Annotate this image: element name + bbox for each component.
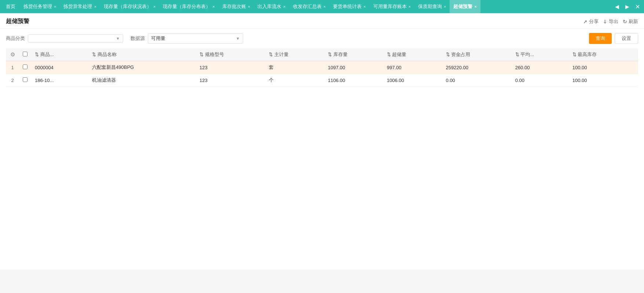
col-product-code-label: 商品... [40, 52, 54, 57]
col-avg[interactable]: ⇅ 平均... [512, 48, 569, 61]
close-tab-7[interactable]: × [363, 4, 366, 9]
export-icon: ⇓ [603, 19, 607, 25]
refresh-label: 刷新 [629, 18, 638, 25]
row-2-avg: 0.00 [512, 74, 569, 87]
page-header: 超储预警 ➚ 分享 ⇓ 导出 ↻ 刷新 [0, 13, 644, 29]
col-max-stock[interactable]: ⇅ 最高库存 [569, 48, 638, 61]
row-1-index: 1 [6, 61, 19, 74]
select-all-col[interactable] [19, 48, 31, 61]
data-source-select[interactable]: 可用量 ▼ [148, 33, 243, 44]
tab-panjiao-renwu[interactable]: 拣货任务管理 × [20, 0, 60, 13]
row-2-select[interactable] [23, 77, 28, 82]
share-icon: ➚ [583, 19, 588, 25]
gear-icon[interactable]: ⚙ [10, 51, 15, 58]
settings-button[interactable]: 设置 [615, 33, 638, 44]
col-overstock[interactable]: ⇅ 超储量 [383, 48, 442, 61]
col-product-code[interactable]: ⇅ 商品... [31, 48, 88, 61]
table-container: ⚙ ⇅ 商品... ⇅ 商品名称 ⇅ 规格型号 [0, 48, 644, 93]
table-row: 2 186-10... 机油滤清器 123 个 1106.00 1006.00 … [6, 74, 638, 87]
query-button[interactable]: 查询 [589, 33, 612, 44]
tab-baozhi-chaxun[interactable]: 保质期查询 × [414, 0, 450, 13]
data-table: ⚙ ⇅ 商品... ⇅ 商品名称 ⇅ 规格型号 [6, 48, 638, 87]
close-tab-3[interactable]: × [212, 4, 215, 9]
close-tab-6[interactable]: × [323, 4, 326, 9]
data-source-value: 可用量 [151, 35, 233, 42]
export-label: 导出 [609, 18, 618, 25]
tab-keyongliang-zhangben[interactable]: 可用量库存账本 × [370, 0, 414, 13]
select-all-checkbox[interactable] [23, 52, 28, 56]
share-button[interactable]: ➚ 分享 [583, 18, 599, 25]
col-capital[interactable]: ⇅ 资金占用 [442, 48, 512, 61]
filter-product-category: 商品分类 ▼ [6, 34, 123, 42]
row-1-capital: 259220.00 [442, 61, 512, 74]
row-1-checkbox[interactable] [19, 61, 31, 74]
close-tab-8[interactable]: × [409, 4, 411, 9]
close-tab-9[interactable]: × [444, 4, 446, 9]
main-content: 超储预警 ➚ 分享 ⇓ 导出 ↻ 刷新 商品分类 ▼ 数据源 [0, 13, 644, 270]
filter-actions: 查询 设置 [589, 33, 638, 44]
top-navigation: 首页 拣货任务管理 × 拣货异常处理 × 现存量（库存状况表） × 现存量（库存… [0, 0, 644, 13]
row-1-spec: 123 [196, 61, 265, 74]
data-source-arrow-icon: ▼ [236, 36, 240, 41]
nav-arrows-group: ◀ ▶ ✕ [612, 0, 643, 13]
row-2-checkbox[interactable] [19, 74, 31, 87]
row-2-index: 2 [6, 74, 19, 87]
close-tab-2[interactable]: × [153, 4, 155, 9]
col-avg-label: 平均... [520, 52, 534, 57]
col-spec-label: 规格型号 [205, 52, 224, 57]
row-1-product-code: 0000004 [31, 61, 88, 74]
refresh-icon: ↻ [623, 19, 627, 25]
col-product-name-label: 商品名称 [98, 52, 117, 57]
close-tab-10[interactable]: × [474, 4, 476, 9]
table-row: 1 0000004 六配套新昌490BPG 123 套 1097.00 997.… [6, 61, 638, 74]
share-label: 分享 [589, 18, 599, 25]
col-stock[interactable]: ⇅ 库存量 [324, 48, 383, 61]
tab-kucun-pici[interactable]: 库存批次账 × [219, 0, 254, 13]
page-title: 超储预警 [6, 18, 29, 25]
product-category-label: 商品分类 [6, 35, 25, 42]
tab-chaochuyujing[interactable]: 超储预警 × [450, 0, 480, 13]
tab-xiancunliang-zhuangkuang[interactable]: 现存量（库存状况表） × [100, 0, 159, 13]
close-tab-4[interactable]: × [248, 4, 250, 9]
col-capital-label: 资金占用 [451, 52, 470, 57]
export-button[interactable]: ⇓ 导出 [603, 18, 618, 25]
row-2-overstock: 1006.00 [383, 74, 442, 87]
data-source-label: 数据源 [131, 35, 145, 42]
col-max-stock-label: 最高库存 [578, 52, 597, 57]
col-spec[interactable]: ⇅ 规格型号 [196, 48, 265, 61]
row-1-max-stock: 100.00 [569, 61, 638, 74]
prev-tab-button[interactable]: ◀ [612, 0, 622, 13]
row-1-stock: 1097.00 [324, 61, 383, 74]
row-2-stock: 1106.00 [324, 74, 383, 87]
row-2-max-stock: 100.00 [569, 74, 638, 87]
tab-shoufacun-huizong[interactable]: 收发存汇总表 × [289, 0, 329, 13]
tab-churu-liushui[interactable]: 出入库流水 × [254, 0, 289, 13]
close-all-button[interactable]: ✕ [632, 0, 643, 13]
col-product-name[interactable]: ⇅ 商品名称 [88, 48, 196, 61]
tab-panjiao-yichang[interactable]: 拣货异常处理 × [60, 0, 100, 13]
filter-bar: 商品分类 ▼ 数据源 可用量 ▼ 查询 设置 [0, 29, 644, 48]
header-actions: ➚ 分享 ⇓ 导出 ↻ 刷新 [583, 18, 638, 25]
close-tab-1[interactable]: × [94, 4, 96, 9]
close-tab-0[interactable]: × [54, 4, 56, 9]
product-category-select[interactable]: ▼ [28, 34, 123, 42]
row-2-unit: 个 [265, 74, 324, 87]
row-1-select[interactable] [23, 64, 28, 69]
row-2-capital: 0.00 [442, 74, 512, 87]
tab-xiancunliang-fenbu[interactable]: 现存量（库存分布表） × [159, 0, 218, 13]
row-1-overstock: 997.00 [383, 61, 442, 74]
refresh-button[interactable]: ↻ 刷新 [623, 18, 638, 25]
next-tab-button[interactable]: ▶ [622, 0, 632, 13]
tab-yaohuo-tongji[interactable]: 要货单统计表 × [329, 0, 369, 13]
row-2-spec: 123 [196, 74, 265, 87]
gear-settings-col[interactable]: ⚙ [6, 48, 19, 61]
table-header-row: ⚙ ⇅ 商品... ⇅ 商品名称 ⇅ 规格型号 [6, 48, 638, 61]
home-tab[interactable]: 首页 [1, 3, 20, 10]
row-2-product-name: 机油滤清器 [88, 74, 196, 87]
row-2-product-code: 186-10... [31, 74, 88, 87]
col-unit[interactable]: ⇅ 主计量 [265, 48, 324, 61]
filter-data-source: 数据源 可用量 ▼ [131, 33, 243, 44]
close-tab-5[interactable]: × [283, 4, 285, 9]
row-1-product-name: 六配套新昌490BPG [88, 61, 196, 74]
col-stock-label: 库存量 [333, 52, 348, 57]
